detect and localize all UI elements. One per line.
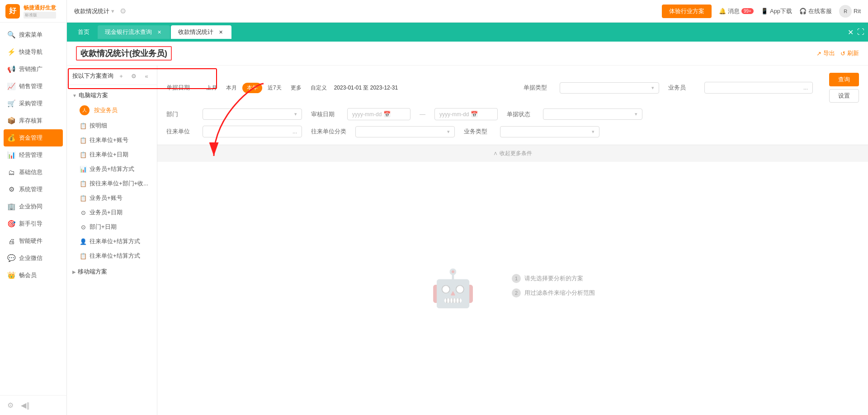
tabs-bar: 首页 现金银行流水查询 ✕ 收款情况统计 ✕ ✕ ⛶ [67,23,868,42]
header-left: 收款情况统计 ▾ ⚙ [74,7,126,15]
bell-icon: 🔔 [719,8,726,14]
maximize-btn[interactable]: ⛶ [857,28,864,36]
bar-chart-icon: 📊 [7,151,15,159]
phone-icon: 📱 [761,8,768,14]
breadcrumb: 收款情况统计 ▾ [74,7,114,15]
scheme-counterpart-account[interactable]: 📋 往来单位+账号 [67,133,157,147]
sidebar-item-member[interactable]: 👑 畅会员 [0,267,66,284]
export-btn[interactable]: ↗ 导出 [816,49,835,57]
tree-collapse-icon: ▶ [72,269,76,274]
collapse-conditions-btn[interactable]: ∧ 收起更多条件 [493,150,532,157]
scheme-salesman-account[interactable]: 📋 业务员+账号 [67,191,157,205]
sidebar-item-marketing[interactable]: 📢 营销推广 [0,61,66,78]
online-service-btn[interactable]: 🎧 在线客服 [799,7,832,15]
sidebar-item-system[interactable]: ⚙ 系统管理 [0,181,66,198]
date-tab-7days[interactable]: 近7天 [264,83,285,93]
main-area: 收款情况统计 ▾ ⚙ 体验行业方案 🔔 消息 99+ 📱 App下载 🎧 [67,0,868,415]
sidebar-item-quicknav[interactable]: ⚡ 快捷导航 [0,43,66,61]
trial-btn[interactable]: 体验行业方案 [662,5,712,18]
date-tab-last-month[interactable]: 上月 [203,83,221,93]
collapse-bar: ∧ 收起更多条件 [157,145,868,162]
sidebar-item-finance[interactable]: 💰 资金管理 [4,129,63,146]
scheme-counterpart-settlement1[interactable]: 👤 往来单位+结算方式 [67,234,157,249]
mobile-schemes-parent[interactable]: ▶ 移动端方案 [67,265,157,278]
counterpart-select[interactable]: ... [203,126,302,137]
business-type-label: 业务类型 [464,127,491,136]
scheme-salesman-settlement[interactable]: 📊 业务员+结算方式 [67,162,157,176]
notification-btn[interactable]: 🔔 消息 99+ [719,7,754,15]
crown-icon: 👑 [7,271,15,279]
headset-icon: 🎧 [799,8,807,14]
collapse-sidebar-icon[interactable]: ◀‖ [21,401,30,410]
sidebar-item-guide[interactable]: 🎯 新手引导 [0,215,66,232]
sidebar-item-operations[interactable]: 📊 经营管理 [0,146,66,164]
scheme-dept-date[interactable]: ⊙ 部门+日期 [67,220,157,234]
add-scheme-btn[interactable]: + [116,71,126,81]
salesman-select[interactable]: ... [704,82,813,94]
counterpart-more-icon[interactable]: ... [292,128,297,135]
scheme-counterpart-settlement2[interactable]: 📋 往来单位+结算方式 [67,249,157,263]
sidebar-item-sales[interactable]: 📈 销售管理 [0,78,66,95]
tab-receipt-stat[interactable]: 收款情况统计 ✕ [171,25,231,39]
dept-select[interactable]: ▾ [203,108,302,120]
sidebar-item-purchase[interactable]: 🛒 采购管理 [0,95,66,112]
review-date-start-input[interactable]: yyyy-mm-dd 📅 [347,108,410,120]
hint-num-1: 1 [512,274,521,283]
counterpart-category-label: 往来单位分类 [311,127,346,136]
sidebar-item-enterprise[interactable]: 🏢 企业协同 [0,198,66,215]
dept-chevron-icon: ▾ [294,111,297,117]
close-all-tabs-btn[interactable]: ✕ [848,28,854,37]
refresh-btn[interactable]: ↺ 刷新 [840,49,859,57]
chat-icon: 💬 [7,254,15,262]
scheme-by-salesman[interactable]: 人 按业务员 [67,102,157,118]
settings-bottom-icon[interactable]: ⚙ [7,401,14,410]
salesman-more-icon[interactable]: ... [803,85,808,91]
calendar-end-icon[interactable]: 📅 [471,111,478,118]
scheme-counterpart-dept[interactable]: 📋 按往来单位+部门+收... [67,176,157,191]
folder-icon: 🗂 [7,168,15,176]
calendar-start-icon[interactable]: 📅 [383,111,391,118]
sidebar-item-baseinfo[interactable]: 🗂 基础信息 [0,164,66,181]
avatar: R [839,5,852,18]
counterpart-category-select[interactable]: ▾ [355,126,455,137]
scheme-counterpart-date[interactable]: 📋 往来单位+日期 [67,147,157,162]
doc-status-select[interactable]: ▾ [543,108,642,120]
tab-home[interactable]: 首页 [71,24,97,40]
bar-icon: 📊 [80,165,87,173]
query-buttons: 查询 设置 [829,73,859,103]
chart-icon: 📈 [7,82,15,90]
doc-type-select[interactable]: ▾ [560,82,659,94]
user-area[interactable]: R Rit [839,5,861,18]
tab-close-bank-flow[interactable]: ✕ [156,28,163,36]
sidebar-item-inventory[interactable]: 📦 库存核算 [0,112,66,129]
tab-close-receipt-stat[interactable]: ✕ [217,28,224,36]
date-tab-this-year[interactable]: 本年 [242,83,262,93]
query-btn[interactable]: 查询 [829,73,859,86]
header-settings-icon[interactable]: ⚙ [120,7,126,15]
app-download-btn[interactable]: 📱 App下载 [761,7,792,15]
desktop-schemes-parent[interactable]: ▼ 电脑端方案 [67,89,157,102]
collapse-panel-btn[interactable]: « [142,71,151,81]
filter-settings-btn[interactable]: 设置 [829,89,859,103]
sidebar-item-search[interactable]: 🔍 搜索菜单 [0,26,66,43]
sidebar-item-wechat[interactable]: 💬 企业微信 [0,250,66,267]
date-tab-more[interactable]: 更多 [287,83,305,93]
review-date-end-input[interactable]: yyyy-mm-dd 📅 [434,108,498,120]
empty-state: 🤖 1 请先选择要分析的方案 2 用过滤条件来缩小分析范围 [157,162,868,415]
scheme-salesman-date[interactable]: ⊙ 业务员+日期 [67,205,157,220]
sidebar-item-hardware[interactable]: 🖨 智能硬件 [0,232,66,250]
active-indicator: 人 [80,105,90,115]
cart-icon: 🛒 [7,99,15,108]
export-icon: ↗ [816,50,821,57]
gear-icon: ⚙ [7,185,15,193]
scheme-by-detail[interactable]: 📋 按明细 [67,118,157,133]
date-tab-this-month[interactable]: 本月 [222,83,241,93]
review-date-label: 审核日期 [311,110,338,118]
scheme-settings-btn[interactable]: ⚙ [129,71,139,81]
filter-row-2: 部门 ▾ 审核日期 yyyy-mm-dd 📅 — yyyy-mm-dd [166,108,859,120]
doc-status-label: 单据状态 [507,110,534,118]
search-icon: 🔍 [7,31,15,39]
date-tab-custom[interactable]: 自定义 [307,83,330,93]
business-type-select[interactable]: ▾ [500,126,599,137]
tab-bank-flow[interactable]: 现金银行流水查询 ✕ [98,25,170,39]
